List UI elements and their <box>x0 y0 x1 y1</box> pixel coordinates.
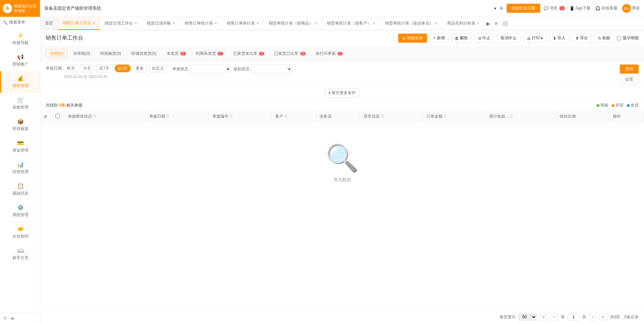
sidebar-item-guide[interactable]: 📖 新手引导 <box>0 243 40 265</box>
date-1month-button[interactable]: 近1月 <box>115 65 131 72</box>
message-action[interactable]: 💬 消息 6 <box>544 5 565 11</box>
subtab-all[interactable]: 全部(0) <box>46 49 68 58</box>
sort-icon[interactable]: ⇅ <box>93 114 96 119</box>
tab-close-icon[interactable]: ✕ <box>256 22 259 25</box>
sort-icon[interactable]: ⇅ <box>510 114 513 119</box>
sidebar-item-cooperation[interactable]: 🤝 企业协同 <box>0 222 40 243</box>
tab-close-icon[interactable]: ✕ <box>214 22 217 25</box>
tab-close-icon[interactable]: ✕ <box>314 22 317 25</box>
date-today-button[interactable]: 今天 <box>80 65 94 72</box>
delete-icon: 🗑 <box>455 36 459 41</box>
status-filter-select[interactable] <box>190 65 231 73</box>
next-page-button[interactable]: › <box>589 314 596 320</box>
first-page-button[interactable]: « <box>540 314 548 320</box>
filter-setting-button[interactable]: 设置 <box>620 75 639 84</box>
new-button[interactable]: + 新增 <box>430 34 448 43</box>
tab-close-icon[interactable]: ✕ <box>134 22 137 25</box>
message-icon: 💬 <box>544 6 549 11</box>
tab-sales-exec[interactable]: 销售订单执行表 ✕ <box>222 17 264 30</box>
tab-sales-stats[interactable]: 销售订单统计表 ✕ <box>180 17 222 30</box>
sidebar-item-basic-info[interactable]: 📋 基础信息 <box>0 179 40 200</box>
show-detail-checkbox[interactable]: 显示明细 <box>617 35 639 41</box>
tab-close-icon[interactable]: ✕ <box>92 21 95 25</box>
sidebar-item-operations[interactable]: 📊 经营管理 <box>0 157 40 179</box>
user-profile-action[interactable]: Ea 用友 <box>622 4 640 13</box>
system-dropdown[interactable]: ▾ <box>494 6 496 11</box>
sidebar-item-marketing[interactable]: 📢 营销推广 <box>0 50 40 71</box>
cancel-stop-button[interactable]: 取消中止 <box>497 34 520 43</box>
sidebar-search[interactable]: 🔍 搜索菜单 <box>0 17 40 28</box>
sidebar-item-sales[interactable]: 💰 销售管理 <box>0 71 40 93</box>
sidebar-collapse-icon[interactable]: ◀ <box>10 316 13 321</box>
th-settings[interactable]: ⚙ <box>40 111 51 122</box>
page-size-select[interactable]: 50 10 20 100 <box>518 313 537 321</box>
review-button[interactable]: 审核 <box>597 103 608 108</box>
subtab-shipped-not-out[interactable]: 已发货未出库 0 <box>229 49 269 58</box>
import-button[interactable]: ⬇ 导入 <box>549 34 569 43</box>
detail-checkbox-input[interactable] <box>617 36 621 40</box>
tab-close-all-button[interactable]: ✕ <box>492 21 500 26</box>
tab-close-icon[interactable]: ✕ <box>373 22 375 25</box>
subtab-shipped-out[interactable]: 已发货已出库 0 <box>270 49 310 58</box>
tab-close-icon[interactable]: ✕ <box>172 22 175 25</box>
export-button[interactable]: ⬆ 导出 <box>572 34 592 43</box>
page-number-input[interactable] <box>567 314 579 320</box>
app-download-action[interactable]: 📱 App下载 <box>569 5 591 11</box>
date-more-button[interactable]: 更多 <box>133 65 147 72</box>
tab-sales-order[interactable]: 销售订单工作台 ✕ <box>58 17 100 30</box>
print-button[interactable]: 🖨 打印 ▾ <box>523 34 547 43</box>
date-yesterday-button[interactable]: 昨天 <box>64 65 78 72</box>
last-page-button[interactable]: » <box>599 314 607 320</box>
tab-home[interactable]: 首页 <box>40 17 58 30</box>
date-custom-button[interactable]: 自定义 <box>149 65 167 72</box>
select-all-checkbox[interactable] <box>55 114 60 118</box>
tab-goods-stats-staff[interactable]: 销货单统计表（按业务员） ✕ <box>380 17 442 30</box>
tab-close-icon[interactable]: ✕ <box>435 22 437 25</box>
industry-plan-button[interactable]: 体验行业方案 <box>507 4 540 13</box>
sort-icon[interactable]: ⇅ <box>381 114 384 119</box>
sidebar-settings-icon[interactable]: ⚙ <box>3 316 7 321</box>
subtab-not-printed[interactable]: 未打印单据 0 <box>311 49 347 58</box>
tab-cash-daily[interactable]: 钱货日清工作台 ✕ <box>100 17 142 30</box>
smart-create-button[interactable]: ★ 智能生单 <box>398 34 427 43</box>
import-icon: ⬇ <box>553 36 556 41</box>
sidebar-item-inventory[interactable]: 📦 库存核算 <box>0 114 40 136</box>
tab-close-icon[interactable]: ✕ <box>477 22 479 25</box>
payment-filter-select[interactable] <box>252 65 292 73</box>
stop-button[interactable]: ⊘ 中止 <box>474 34 494 43</box>
page-label: 第 <box>561 314 565 320</box>
refresh-button[interactable]: ↻ 刷新 <box>594 34 614 43</box>
sidebar-item-quick-nav[interactable]: ⚡ 快捷导航 <box>0 28 40 50</box>
ship-button[interactable]: 发货 <box>627 103 639 108</box>
tab-maximize-button[interactable]: ⬜ <box>500 21 510 26</box>
subtab-pending-check[interactable]: 待拣验货(0) <box>96 49 126 58</box>
subtab-pending-review[interactable]: 待审核(0) <box>69 49 95 58</box>
th-amount: 订单金额⇅ <box>423 111 485 122</box>
tab-cash-reconcile[interactable]: 钱货日清对账 ✕ <box>142 17 180 30</box>
not-printed-badge: 0 <box>338 52 343 55</box>
tab-gross-profit[interactable]: 商品毛利分析表 ✕ <box>442 17 484 30</box>
sidebar-item-purchase[interactable]: 🛒 采购管理 <box>0 93 40 114</box>
sort-icon[interactable]: ⇅ <box>166 114 170 119</box>
online-service-action[interactable]: 🎧 在线客服 <box>595 5 617 11</box>
sort-icon[interactable]: ⇅ <box>284 114 288 119</box>
tab-goods-stats-product[interactable]: 销货单统计表（按商品） ✕ <box>264 17 322 30</box>
settings-gear-icon[interactable]: ⚙ <box>500 6 503 11</box>
th-checkbox[interactable] <box>51 111 65 122</box>
not-shipped-badge: 0 <box>180 52 186 55</box>
sort-icon[interactable]: ⇅ <box>443 114 447 119</box>
tab-scroll-right-button[interactable]: ▶ <box>484 21 492 26</box>
delete-button[interactable]: 🗑 删除 <box>451 34 472 43</box>
query-button[interactable]: 查询 <box>620 65 639 74</box>
expand-filter-button[interactable]: ▾ 展开更多条件 <box>325 88 359 97</box>
date-7days-button[interactable]: 近7天 <box>96 65 113 72</box>
sort-icon[interactable]: ⇅ <box>229 114 233 119</box>
tab-goods-stats-customer[interactable]: 销货单统计表（按客户） ✕ <box>322 17 380 30</box>
sidebar-item-finance[interactable]: 💳 资金管理 <box>0 136 40 157</box>
subtab-wangpu-pending[interactable]: 旺铺待发货(0) <box>127 49 161 58</box>
prev-page-button[interactable]: ‹ <box>551 314 558 320</box>
subtab-expired-not-shipped[interactable]: 到期未发货 0 <box>191 49 227 58</box>
cancel-review-button[interactable]: 弃审 <box>612 103 624 108</box>
subtab-not-shipped[interactable]: 未发货 0 <box>162 49 190 58</box>
sidebar-item-system[interactable]: ⚙️ 系统管理 <box>0 200 40 222</box>
